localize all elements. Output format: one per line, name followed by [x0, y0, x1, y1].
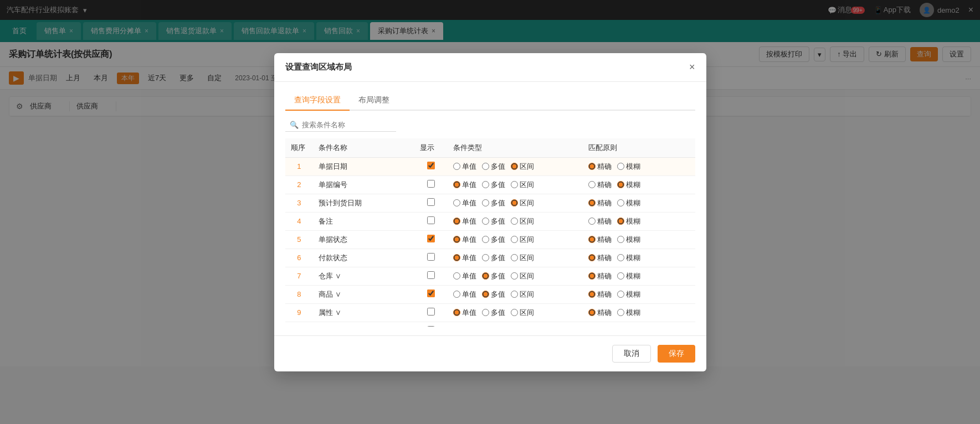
type-radio-input-单值[interactable]	[453, 254, 460, 261]
type-radio-input-区间[interactable]	[511, 218, 518, 225]
type-radio-单值[interactable]: 单值	[453, 308, 476, 318]
type-radio-input-多值[interactable]	[482, 309, 489, 316]
type-radio-多值[interactable]: 多值	[482, 308, 505, 318]
match-radio-input-精确[interactable]	[588, 236, 596, 243]
match-radio-input-精确[interactable]	[588, 309, 596, 316]
type-radio-input-多值[interactable]	[482, 163, 489, 170]
match-radio-精确[interactable]: 精确	[588, 198, 612, 208]
type-radio-input-单值[interactable]	[453, 181, 460, 188]
type-radio-单值[interactable]: 单值	[453, 271, 476, 281]
match-radio-模糊[interactable]: 模糊	[617, 289, 640, 299]
match-radio-input-精确[interactable]	[588, 218, 596, 225]
match-radio-模糊[interactable]: 模糊	[617, 271, 640, 281]
type-radio-单值[interactable]: 单值	[453, 253, 476, 263]
match-radio-input-模糊[interactable]	[617, 218, 624, 225]
match-radio-模糊[interactable]: 模糊	[617, 326, 640, 327]
match-radio-精确[interactable]: 精确	[588, 180, 612, 190]
match-radio-模糊[interactable]: 模糊	[617, 235, 640, 245]
type-radio-input-多值[interactable]	[482, 272, 489, 280]
type-radio-多值[interactable]: 多值	[482, 162, 505, 172]
match-radio-input-模糊[interactable]	[617, 181, 624, 188]
match-radio-模糊[interactable]: 模糊	[617, 162, 640, 172]
type-radio-区间[interactable]: 区间	[511, 308, 534, 318]
type-radio-单值[interactable]: 单值	[453, 162, 476, 172]
match-radio-模糊[interactable]: 模糊	[617, 308, 640, 318]
cancel-button[interactable]: 取消	[612, 345, 651, 363]
match-radio-精确[interactable]: 精确	[588, 308, 612, 318]
type-radio-多值[interactable]: 多值	[482, 198, 505, 208]
type-radio-input-单值[interactable]	[453, 199, 460, 206]
type-radio-input-单值[interactable]	[453, 236, 460, 243]
show-checkbox[interactable]	[427, 198, 435, 206]
match-radio-input-模糊[interactable]	[617, 163, 624, 170]
type-radio-单值[interactable]: 单值	[453, 289, 476, 299]
type-radio-区间[interactable]: 区间	[511, 289, 534, 299]
type-radio-input-单值[interactable]	[453, 291, 460, 298]
match-radio-input-模糊[interactable]	[617, 309, 624, 316]
type-radio-input-多值[interactable]	[482, 291, 489, 298]
match-radio-模糊[interactable]: 模糊	[617, 198, 640, 208]
type-radio-单值[interactable]: 单值	[453, 216, 476, 226]
type-radio-区间[interactable]: 区间	[511, 326, 534, 327]
match-radio-input-模糊[interactable]	[617, 236, 624, 243]
match-radio-input-精确[interactable]	[588, 181, 596, 188]
match-radio-input-模糊[interactable]	[617, 272, 624, 280]
type-radio-input-区间[interactable]	[511, 236, 518, 243]
show-checkbox[interactable]	[427, 308, 435, 316]
type-radio-input-区间[interactable]	[511, 291, 518, 298]
search-input[interactable]	[302, 121, 395, 129]
type-radio-区间[interactable]: 区间	[511, 180, 534, 190]
type-radio-多值[interactable]: 多值	[482, 253, 505, 263]
type-radio-单值[interactable]: 单值	[453, 198, 476, 208]
match-radio-精确[interactable]: 精确	[588, 162, 612, 172]
type-radio-input-多值[interactable]	[482, 218, 489, 225]
type-radio-input-单值[interactable]	[453, 218, 460, 225]
match-radio-精确[interactable]: 精确	[588, 326, 612, 327]
match-radio-input-模糊[interactable]	[617, 254, 624, 261]
match-radio-精确[interactable]: 精确	[588, 289, 612, 299]
match-radio-精确[interactable]: 精确	[588, 216, 612, 226]
match-radio-模糊[interactable]: 模糊	[617, 253, 640, 263]
type-radio-多值[interactable]: 多值	[482, 271, 505, 281]
type-radio-单值[interactable]: 单值	[453, 180, 476, 190]
show-checkbox[interactable]	[427, 253, 435, 261]
match-radio-精确[interactable]: 精确	[588, 271, 612, 281]
type-radio-多值[interactable]: 多值	[482, 235, 505, 245]
modal-tab-query-fields[interactable]: 查询字段设置	[285, 91, 350, 111]
type-radio-input-区间[interactable]	[511, 199, 518, 206]
match-radio-精确[interactable]: 精确	[588, 235, 612, 245]
match-radio-input-模糊[interactable]	[617, 199, 624, 206]
match-radio-input-精确[interactable]	[588, 199, 596, 206]
match-radio-精确[interactable]: 精确	[588, 253, 612, 263]
match-radio-模糊[interactable]: 模糊	[617, 180, 640, 190]
show-checkbox[interactable]	[427, 326, 435, 327]
type-radio-区间[interactable]: 区间	[511, 235, 534, 245]
type-radio-input-单值[interactable]	[453, 309, 460, 316]
match-radio-input-精确[interactable]	[588, 291, 596, 298]
type-radio-input-区间[interactable]	[511, 272, 518, 280]
type-radio-单值[interactable]: 单值	[453, 235, 476, 245]
type-radio-input-单值[interactable]	[453, 272, 460, 280]
type-radio-input-多值[interactable]	[482, 199, 489, 206]
type-radio-多值[interactable]: 多值	[482, 289, 505, 299]
type-radio-input-多值[interactable]	[482, 181, 489, 188]
type-radio-input-多值[interactable]	[482, 236, 489, 243]
type-radio-input-区间[interactable]	[511, 309, 518, 316]
type-radio-区间[interactable]: 区间	[511, 271, 534, 281]
type-radio-多值[interactable]: 多值	[482, 216, 505, 226]
type-radio-input-多值[interactable]	[482, 254, 489, 261]
type-radio-input-单值[interactable]	[453, 163, 460, 170]
match-radio-input-模糊[interactable]	[617, 291, 624, 298]
type-radio-input-区间[interactable]	[511, 254, 518, 261]
match-radio-input-精确[interactable]	[588, 254, 596, 261]
type-radio-单值[interactable]: 单值	[453, 326, 476, 327]
modal-tab-layout[interactable]: 布局调整	[350, 91, 398, 111]
type-radio-input-区间[interactable]	[511, 163, 518, 170]
show-checkbox[interactable]	[427, 235, 435, 242]
type-radio-input-区间[interactable]	[511, 181, 518, 188]
type-radio-多值[interactable]: 多值	[482, 180, 505, 190]
show-checkbox[interactable]	[427, 271, 435, 279]
match-radio-input-精确[interactable]	[588, 163, 596, 170]
type-radio-区间[interactable]: 区间	[511, 198, 534, 208]
show-checkbox[interactable]	[427, 162, 435, 169]
